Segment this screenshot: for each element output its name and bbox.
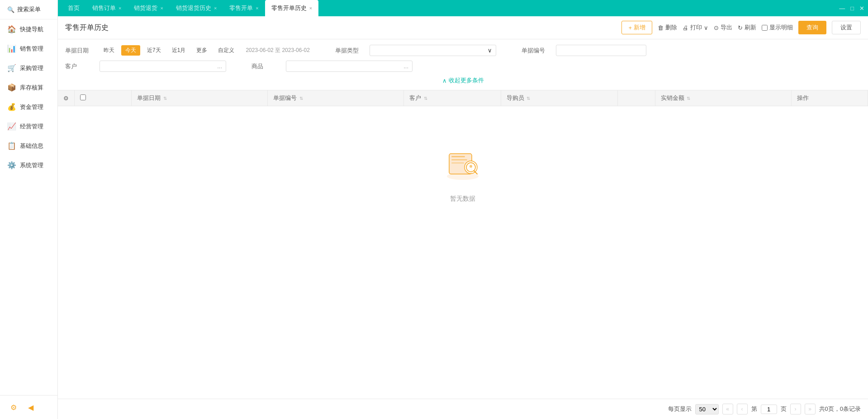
last-page-btn[interactable]: » (805, 404, 816, 414)
col-gear[interactable]: ⚙ (58, 90, 75, 106)
page-label-end: 页 (781, 405, 787, 413)
sidebar-item-operations[interactable]: 📈 经营管理 (0, 117, 57, 136)
customer-dots[interactable]: ... (217, 63, 222, 70)
export-icon: ⊙ (714, 24, 719, 31)
show-detail-input[interactable] (762, 25, 768, 31)
prev-page-btn[interactable]: ‹ (737, 404, 748, 414)
filter-row-customer: 客户 ... 商品 ... (65, 61, 861, 72)
tab-home-label: 首页 (68, 4, 80, 12)
table-header-row: ⚙ 单据日期 ⇅ 单据编号 ⇅ 客户 ⇅ (58, 90, 868, 106)
query-button[interactable]: 查询 (798, 21, 826, 34)
col-customer-sort-icon: ⇅ (424, 96, 427, 101)
sidebar-item-label: 经营管理 (20, 122, 43, 131)
page-input[interactable] (761, 405, 777, 414)
customer-filter-label: 客户 (65, 62, 92, 71)
tab-retail-open-close[interactable]: × (256, 5, 258, 11)
type-filter-label: 单据类型 (335, 47, 362, 55)
tab-sales-return-close[interactable]: × (160, 5, 163, 11)
tab-bar-right: — □ ✕ (839, 5, 864, 12)
tab-sales-return-label: 销货退货 (134, 4, 157, 12)
tab-retail-open-history[interactable]: 零售开单历史 × (265, 0, 318, 16)
type-filter-select[interactable]: ∨ (370, 45, 496, 56)
goods-filter-input[interactable]: ... (286, 61, 413, 72)
col-checkbox[interactable] (75, 90, 132, 106)
settings-button[interactable]: 设置 (832, 21, 861, 34)
sidebar-item-quick-nav[interactable]: 🏠 快捷导航 (0, 19, 57, 39)
page-header: 零售开单历史 + 新增 🗑 删除 🖨 打印 ∨ ⊙ 导出 (58, 16, 868, 39)
col-amount[interactable]: 实销金额 ⇅ (655, 90, 791, 106)
add-icon: + (628, 24, 632, 31)
sidebar-item-inventory[interactable]: 📦 库存核算 (0, 78, 57, 97)
delete-icon: 🗑 (658, 24, 664, 31)
sidebar-item-label: 资金管理 (20, 103, 43, 111)
col-date-sort-icon: ⇅ (163, 96, 167, 101)
print-button[interactable]: 🖨 打印 ∨ (683, 24, 708, 32)
add-button[interactable]: + 新增 (621, 21, 652, 34)
per-page-label: 每页显示 (668, 405, 692, 413)
date-btn-7days[interactable]: 近7天 (143, 45, 165, 56)
basic-info-icon: 📋 (7, 141, 16, 150)
sidebar-item-label: 销售管理 (20, 45, 43, 53)
sidebar-item-basic-info[interactable]: 📋 基础信息 (0, 136, 57, 155)
export-button[interactable]: ⊙ 导出 (714, 24, 732, 32)
per-page-select[interactable]: 50 10 20 100 (695, 404, 719, 414)
tab-sales-return[interactable]: 销货退货 × (128, 0, 169, 16)
order-no-filter-label: 单据编号 (522, 47, 549, 55)
tab-bar: 首页 销售订单 × 销货退货 × 销货退货历史 × 零售开单 × 零售开单历史 … (58, 0, 868, 16)
date-filter-label: 单据日期 (65, 47, 92, 55)
col-order-no[interactable]: 单据编号 ⇅ (268, 90, 404, 106)
select-all-checkbox[interactable] (80, 94, 86, 100)
show-detail-checkbox[interactable]: 显示明细 (762, 24, 793, 32)
tab-retail-open[interactable]: 零售开单 × (223, 0, 265, 16)
svg-rect-4 (451, 162, 464, 164)
tab-home[interactable]: 首页 (62, 0, 86, 16)
sidebar-item-sales-mgmt[interactable]: 📊 销售管理 (0, 39, 57, 58)
sales-icon: 📊 (7, 44, 16, 53)
col-guide-label: 导购员 (507, 94, 524, 101)
sidebar-search[interactable]: 🔍 搜索采单 (0, 0, 57, 19)
date-btn-1month[interactable]: 近1月 (168, 45, 190, 56)
minimize-btn[interactable]: — (839, 5, 845, 12)
col-guide[interactable]: 导购员 ⇅ (501, 90, 617, 106)
order-no-filter-input[interactable] (556, 45, 646, 56)
maximize-btn[interactable]: □ (850, 5, 854, 12)
date-filter-btns: 昨天 今天 近7天 近1月 更多 自定义 (100, 45, 238, 56)
inventory-icon: 📦 (7, 83, 16, 92)
sidebar-item-label: 基础信息 (20, 142, 43, 150)
col-date[interactable]: 单据日期 ⇅ (132, 90, 268, 106)
sidebar-item-sys-mgmt[interactable]: ⚙️ 系统管理 (0, 155, 57, 175)
col-customer[interactable]: 客户 ⇅ (404, 90, 501, 106)
collapse-footer-btn[interactable]: ◀ (24, 401, 37, 414)
sidebar-item-finance[interactable]: 💰 资金管理 (0, 97, 57, 117)
first-page-btn[interactable]: « (722, 404, 733, 414)
date-range-display: 2023-06-02 至 2023-06-02 (246, 47, 309, 54)
date-btn-yesterday[interactable]: 昨天 (100, 45, 119, 56)
sidebar-footer: ⚙ ◀ (0, 395, 57, 419)
close-btn[interactable]: ✕ (859, 5, 864, 12)
tab-retail-open-history-close[interactable]: × (309, 5, 312, 11)
date-btn-today[interactable]: 今天 (121, 45, 140, 56)
customer-filter-input[interactable]: ... (100, 61, 226, 72)
print-arrow-icon: ∨ (704, 24, 708, 31)
date-btn-more[interactable]: 更多 (192, 45, 211, 56)
date-btn-custom[interactable]: 自定义 (214, 45, 238, 56)
svg-point-8 (470, 165, 472, 168)
refresh-button[interactable]: ↻ 刷新 (738, 24, 756, 32)
tab-sales-order-close[interactable]: × (119, 5, 121, 11)
collapse-filter-btn[interactable]: ∧ 收起更多条件 (65, 76, 861, 85)
col-spacer (617, 90, 655, 106)
tab-sales-return-history-close[interactable]: × (214, 5, 217, 11)
settings-footer-btn[interactable]: ⚙ (7, 401, 20, 414)
goods-filter-label: 商品 (251, 62, 279, 71)
delete-button[interactable]: 🗑 删除 (658, 24, 677, 32)
sidebar-item-purchase-mgmt[interactable]: 🛒 采购管理 (0, 58, 57, 78)
tab-sales-return-history[interactable]: 销货退货历史 × (170, 0, 223, 16)
goods-dots[interactable]: ... (403, 63, 408, 70)
finance-icon: 💰 (7, 103, 16, 111)
sidebar-item-label: 快捷导航 (20, 25, 43, 33)
tab-sales-order[interactable]: 销售订单 × (86, 0, 128, 16)
delete-label: 删除 (665, 24, 677, 32)
next-page-btn[interactable]: › (790, 404, 801, 414)
data-table: ⚙ 单据日期 ⇅ 单据编号 ⇅ 客户 ⇅ (58, 90, 868, 239)
prev-page-icon: ‹ (741, 406, 743, 412)
